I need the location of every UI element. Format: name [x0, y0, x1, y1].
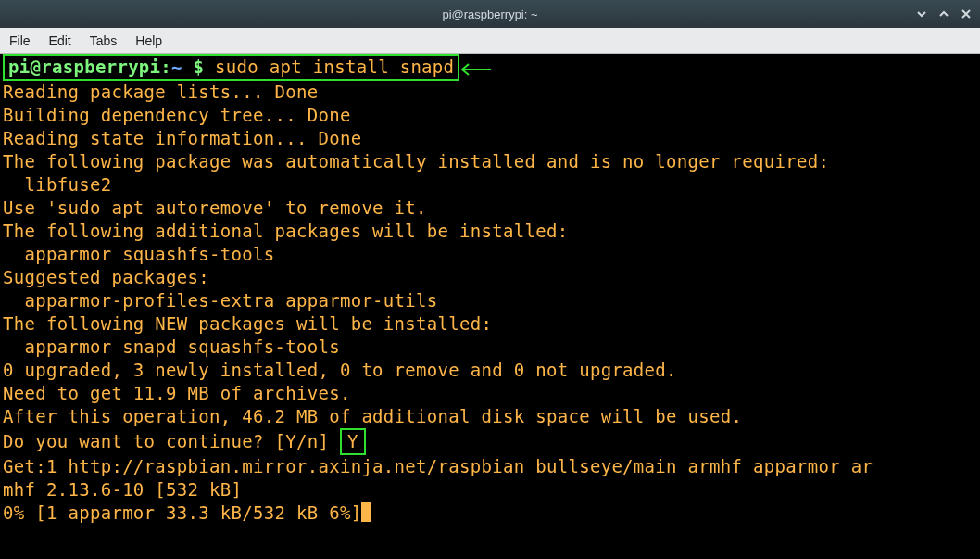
output-line: Reading state information... Done: [3, 127, 977, 150]
titlebar: pi@raspberrypi: ~: [0, 0, 980, 28]
output-line: Use 'sudo apt autoremove' to remove it.: [3, 197, 977, 220]
terminal[interactable]: pi@raspberrypi:~ $ sudo apt install snap…: [0, 54, 980, 559]
output-line: The following additional packages will b…: [3, 220, 977, 243]
output-line: 0 upgraded, 3 newly installed, 0 to remo…: [3, 359, 977, 382]
output-line: apparmor-profiles-extra apparmor-utils: [3, 289, 977, 312]
progress-line: 0% [1 apparmor 33.3 kB/532 kB 6%]: [3, 502, 977, 525]
close-button[interactable]: [960, 7, 973, 20]
cursor-icon: [361, 502, 371, 522]
minimize-button[interactable]: [915, 7, 928, 20]
menu-tabs[interactable]: Tabs: [90, 33, 118, 48]
prompt-dollar: $: [182, 57, 215, 77]
output-line: apparmor snapd squashfs-tools: [3, 336, 977, 359]
output-line: mhf 2.13.6-10 [532 kB]: [3, 478, 977, 502]
menu-edit[interactable]: Edit: [49, 33, 71, 48]
command-text: sudo apt install snapd: [215, 57, 454, 77]
continue-prompt-text: Do you want to continue? [Y/n]: [3, 431, 340, 451]
menu-help[interactable]: Help: [135, 33, 162, 48]
output-line: After this operation, 46.2 MB of additio…: [3, 405, 977, 428]
prompt-colon: :: [160, 57, 171, 77]
prompt-path: ~: [171, 57, 182, 77]
menu-file[interactable]: File: [9, 33, 31, 48]
command-highlight: pi@raspberrypi:~ $ sudo apt install snap…: [3, 54, 459, 81]
window-title: pi@raspberrypi: ~: [442, 7, 537, 21]
menubar: File Edit Tabs Help: [0, 28, 980, 54]
window-controls: [915, 7, 973, 20]
continue-prompt-line: Do you want to continue? [Y/n] Y: [3, 428, 977, 455]
arrow-icon: [459, 57, 491, 80]
output-line: Get:1 http://raspbian.mirror.axinja.net/…: [3, 455, 977, 478]
output-line: Building dependency tree... Done: [3, 104, 977, 127]
continue-response-highlight: Y: [340, 428, 366, 455]
output-line: Need to get 11.9 MB of archives.: [3, 382, 977, 405]
output-line: The following package was automatically …: [3, 150, 977, 173]
prompt-user-host: pi@raspberrypi: [8, 57, 160, 77]
progress-text: 0% [1 apparmor 33.3 kB/532 kB 6%]: [3, 502, 361, 523]
prompt-line: pi@raspberrypi:~ $ sudo apt install snap…: [3, 54, 977, 81]
maximize-button[interactable]: [937, 7, 950, 20]
output-line: apparmor squashfs-tools: [3, 243, 977, 266]
output-line: Reading package lists... Done: [3, 81, 977, 104]
output-line: Suggested packages:: [3, 266, 977, 289]
output-line: The following NEW packages will be insta…: [3, 312, 977, 336]
output-line: libfuse2: [3, 173, 977, 197]
